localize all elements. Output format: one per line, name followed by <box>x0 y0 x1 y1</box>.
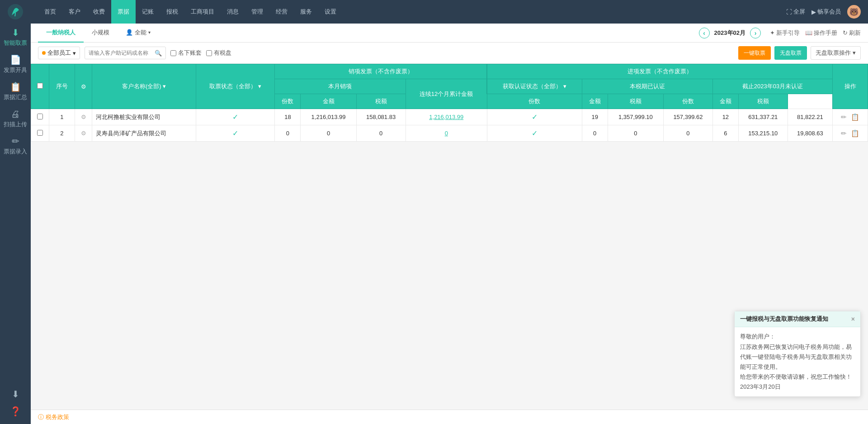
tax-policy-link[interactable]: ⓘ 税务政策 <box>38 413 69 421</box>
row-uncert-amount-1: 153,215.10 <box>738 125 788 142</box>
row-12m-0[interactable]: 1,216,013.99 <box>406 109 487 125</box>
nav-service[interactable]: 服务 <box>294 0 318 24</box>
sidebar-item-invoice-entry-label: 票据录入 <box>4 148 27 156</box>
account-checkbox-text: 名下账套 <box>178 49 202 57</box>
toolbar: 全部员工 ▾ 🔍 名下账套 有税盘 一键取票 无盘取票 无盘取票操作 ▾ <box>31 43 868 64</box>
row-no-1: 2 <box>49 125 75 142</box>
tax-disk-checkbox-label[interactable]: 有税盘 <box>206 49 231 57</box>
nav-home[interactable]: 首页 <box>38 0 62 24</box>
th-cert-status[interactable]: 获取认证状态（全部） ▾ <box>487 79 582 94</box>
table-row: 1 ⚙ 河北柯撸桩实业有限公司 ✓ 18 1,216,013.99 158,08… <box>31 109 868 125</box>
sidebar-item-smart-fetch[interactable]: ⬇ 智能取票 <box>0 24 31 51</box>
copy-icon-1[interactable]: 📋 <box>851 129 859 137</box>
th-settings: ⚙ <box>75 64 92 109</box>
tab-small[interactable]: 小规模 <box>84 24 118 43</box>
prev-period-btn[interactable]: ‹ <box>699 28 710 38</box>
sidebar-item-download[interactable]: ⬇ <box>0 385 31 402</box>
notification-close-btn[interactable]: × <box>851 315 855 323</box>
sidebar-item-invoice-summary[interactable]: 📋 票据汇总 <box>0 78 31 105</box>
nav-operation[interactable]: 经营 <box>269 0 294 24</box>
row-cert-status-0: ✓ <box>487 109 582 125</box>
row-checkbox-0[interactable] <box>31 109 49 125</box>
nav-customer[interactable]: 客户 <box>62 0 87 24</box>
invoice-summary-icon: 📋 <box>10 82 21 91</box>
next-period-btn[interactable]: › <box>750 28 761 38</box>
row-action-0: ✏ 📋 <box>833 109 868 125</box>
th-pur-amount: 金额 <box>582 94 608 109</box>
row-pur-amount-0: 1,357,999.10 <box>608 109 663 125</box>
new-guide-btn[interactable]: ✦ 新手引导 <box>770 29 800 37</box>
tax-label: 税务政策 <box>46 413 69 421</box>
th-customer[interactable]: 客户名称(全部) ▾ <box>92 64 196 109</box>
row-12m-1[interactable]: 0 <box>406 125 487 142</box>
emp-select-label: 全部员工 <box>47 49 71 57</box>
account-checkbox-label[interactable]: 名下账套 <box>170 49 202 57</box>
account-checkbox[interactable] <box>170 50 176 56</box>
tab-general[interactable]: 一般纳税人 <box>38 24 84 43</box>
row-pur-count-0: 19 <box>582 109 608 125</box>
vip-btn[interactable]: ▶ 畅享会员 <box>811 8 841 16</box>
nav-message[interactable]: 消息 <box>221 0 245 24</box>
row-sales-count-1: 0 <box>275 125 301 142</box>
edit-icon-0[interactable]: ✏ <box>841 113 847 121</box>
one-key-fetch-button[interactable]: 一键取票 <box>738 46 771 60</box>
sidebar-item-issue-invoice[interactable]: 📄 发票开具 <box>0 51 31 78</box>
sidebar-item-invoice-entry[interactable]: ✏ 票据录入 <box>0 132 31 159</box>
nav-bookkeeping[interactable]: 记账 <box>136 0 160 24</box>
emp-dot <box>42 51 46 55</box>
copy-icon-0[interactable]: 📋 <box>851 113 859 121</box>
notification-panel: 一键报税与无盘取票功能恢复通知 × 尊敬的用户：江苏政务网已恢复访问电子税务局功… <box>734 311 861 397</box>
th-pur-count: 份数 <box>487 94 582 109</box>
manual-btn[interactable]: 📖 操作手册 <box>805 29 837 37</box>
search-input[interactable] <box>89 50 153 56</box>
row-checkbox-1[interactable] <box>31 125 49 142</box>
row-cert-status-1: ✓ <box>487 125 582 142</box>
topnav-right: ⛶ 全屏 ▶ 畅享会员 🐻 <box>786 5 861 19</box>
row-settings-1[interactable]: ⚙ <box>75 125 92 142</box>
nav-settings[interactable]: 设置 <box>318 0 343 24</box>
row-pur-count-1: 0 <box>582 125 608 142</box>
fullscreen-btn[interactable]: ⛶ 全屏 <box>786 8 805 16</box>
nav-billing[interactable]: 收费 <box>87 0 111 24</box>
row-settings-0[interactable]: ⚙ <box>75 109 92 125</box>
help-icon: ❓ <box>10 407 21 416</box>
row-uncert-count-1: 6 <box>712 125 738 142</box>
scan-upload-icon: 🖨 <box>11 110 20 119</box>
emp-chevron-icon: ▾ <box>73 50 76 57</box>
avatar[interactable]: 🐻 <box>847 5 861 19</box>
row-uncert-count-0: 12 <box>712 109 738 125</box>
row-customer-1: 灵寿县尚泽矿产品有限公司 <box>92 125 196 142</box>
no-disk-ops-button[interactable]: 无盘取票操作 ▾ <box>811 46 861 60</box>
nav-invoice[interactable]: 票据 <box>111 0 136 24</box>
tab-period: ‹ 2023年02月 › <box>699 28 761 38</box>
table-body: 1 ⚙ 河北柯撸桩实业有限公司 ✓ 18 1,216,013.99 158,08… <box>31 109 868 142</box>
select-all-checkbox[interactable] <box>37 83 43 89</box>
employee-select[interactable]: 全部员工 ▾ <box>38 47 80 59</box>
th-sales-count: 份数 <box>275 94 301 109</box>
tab-all[interactable]: 👤 全能 ▾ <box>118 24 159 43</box>
sidebar-item-help[interactable]: ❓ <box>0 402 31 419</box>
nav-business[interactable]: 工商项目 <box>184 0 221 24</box>
tax-disk-checkbox[interactable] <box>206 50 212 56</box>
th-checkbox <box>31 64 49 109</box>
sidebar-item-scan-upload[interactable]: 🖨 扫描上传 <box>0 105 31 132</box>
row-pur-tax-1: 0 <box>663 125 712 142</box>
row-pur-tax-0: 157,399.62 <box>663 109 712 125</box>
toolbar-right: 一键取票 无盘取票 无盘取票操作 ▾ <box>738 46 861 60</box>
tab-actions: ✦ 新手引导 📖 操作手册 ↻ 刷新 <box>770 29 861 37</box>
th-12m: 连续12个月累计金额 <box>406 79 487 109</box>
notification-title: 一键报税与无盘取票功能恢复通知 <box>740 315 828 323</box>
th-uncert-amount: 金额 <box>712 94 738 109</box>
search-icon[interactable]: 🔍 <box>155 50 162 57</box>
nav-tax[interactable]: 报税 <box>160 0 184 24</box>
row-pur-amount-1: 0 <box>608 125 663 142</box>
nav-management[interactable]: 管理 <box>245 0 269 24</box>
period-value: 2023年02月 <box>714 29 745 37</box>
no-disk-fetch-button[interactable]: 无盘取票 <box>774 46 807 60</box>
header-group-row: 序号 ⚙ 客户名称(全部) ▾ 取票状态（全部） ▾ 销项发票（不含作废票） 进… <box>31 64 868 79</box>
th-sales-header: 销项发票（不含作废票） <box>275 64 487 79</box>
edit-icon-1[interactable]: ✏ <box>841 129 847 137</box>
th-fetch-status[interactable]: 取票状态（全部） ▾ <box>196 64 275 109</box>
th-period-certified: 本税期已认证 <box>582 79 712 94</box>
refresh-btn[interactable]: ↻ 刷新 <box>843 29 861 37</box>
